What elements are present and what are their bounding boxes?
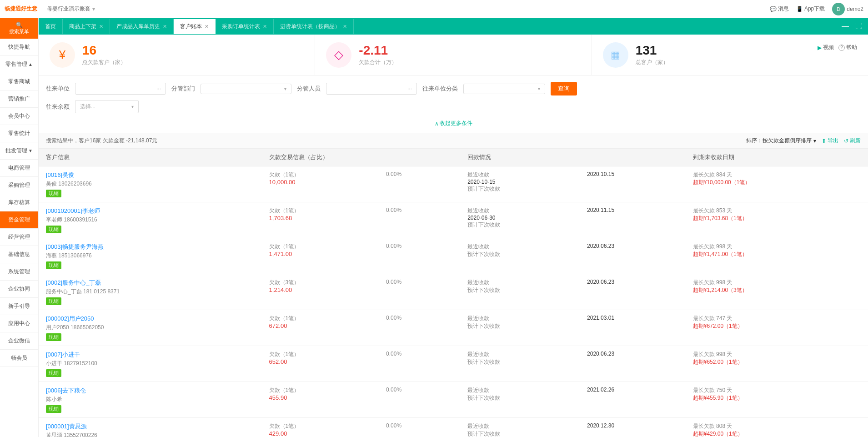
sidebar-item-wholesale[interactable]: 批发管理▼ [0, 142, 38, 160]
overdue-days-2: 最长欠款 998 天 [693, 243, 861, 251]
tab-close-purchase-order[interactable]: ✕ [263, 24, 267, 30]
customer-name-1[interactable]: [0001020001]李老师 [46, 207, 255, 215]
stat-total-debt: ◇ -2.11 欠款合计（万） [315, 35, 592, 75]
sidebar-item-retail-mall[interactable]: 零售商城 [0, 73, 38, 90]
debt-amount-7[interactable]: 429.00 [269, 430, 368, 437]
tab-close-product-shelf[interactable]: ✕ [99, 24, 103, 30]
next-label-2: 预计下次收款 [467, 251, 572, 258]
search-button[interactable]: 查询 [551, 82, 577, 95]
sidebar-item-basic-info[interactable]: 基础信息 [0, 246, 38, 263]
filter-select-unit-type[interactable]: ▾ [463, 84, 545, 94]
filter-input-unit[interactable]: ··· [75, 83, 166, 95]
sidebar-item-inventory[interactable]: 库存核算 [0, 194, 38, 211]
debt-amount-4[interactable]: 672.00 [269, 322, 368, 329]
customer-tag-4: 现销 [46, 333, 61, 341]
sidebar-item-wechat[interactable]: 企业微信 [0, 332, 38, 350]
collapse-button[interactable]: ∧ 收起更多条件 [46, 118, 861, 129]
debt-amount-2[interactable]: 1,471.00 [269, 251, 368, 257]
user-area[interactable]: D demo2 [832, 3, 863, 15]
sidebar-item-cooperation[interactable]: 企业协同 [0, 281, 38, 298]
sidebar-item-ecommerce[interactable]: 电商管理 [0, 160, 38, 177]
tab-maximize-btn[interactable]: ⛶ [853, 21, 864, 31]
overdue-amount-7[interactable]: 超期¥429.00（1笔） [693, 430, 861, 437]
table-header-row: 客户信息 欠款交易信息（占比） 回款情况 到期未收款日期 [39, 149, 868, 166]
cell-return-label-3: 最近收款 预计下次收款 [460, 274, 580, 310]
sort-selector[interactable]: 排序：按欠款金额倒序排序 ▾ [746, 137, 816, 145]
tab-close-purchase-stat[interactable]: ✕ [343, 24, 347, 30]
video-link[interactable]: ▶ 视频 [818, 44, 834, 51]
app-download-btn[interactable]: 📱 App下载 [796, 5, 825, 13]
cell-due-date-7: 2020.12.30 [580, 418, 686, 437]
export-button[interactable]: ⬆ 导出 [822, 137, 838, 145]
debt-amount-0[interactable]: 10,000.00 [269, 179, 368, 186]
debt-amount-5[interactable]: 652.00 [269, 358, 368, 365]
stat-number-debt: 16 [82, 43, 126, 58]
sidebar-item-retail-mgmt[interactable]: 零售管理▲ [0, 56, 38, 73]
due-date-3: 2020.06.23 [587, 279, 678, 285]
cell-due-date-3: 2020.06.23 [580, 274, 686, 310]
sidebar-item-member2[interactable]: 畅会员 [0, 350, 38, 367]
debt-amount-6[interactable]: 455.90 [269, 394, 368, 401]
due-date-4: 2021.03.01 [587, 315, 678, 321]
due-date-6: 2021.02.26 [587, 387, 678, 393]
tab-stock-history[interactable]: 产成品入库单历史 ✕ [110, 19, 174, 34]
sidebar-item-guide[interactable]: 新手引导 [0, 298, 38, 315]
table-container: 客户信息 欠款交易信息（占比） 回款情况 到期未收款日期 [0016]吴俊 吴俊… [39, 149, 868, 437]
cell-debt-pct-0: 0.00% [375, 166, 460, 202]
tab-purchase-order[interactable]: 采购订单统计表 ✕ [216, 19, 274, 34]
cell-debt-count-4: 欠款（1笔） 672.00 [262, 310, 375, 346]
customer-name-4[interactable]: [000002]用户2050 [46, 315, 255, 323]
customer-tag-5: 现销 [46, 369, 61, 377]
overdue-amount-5[interactable]: 超期¥652.00（1笔） [693, 358, 861, 366]
tab-minimize-btn[interactable]: — [840, 21, 851, 31]
customer-name-2[interactable]: [0003]畅捷服务尹海燕 [46, 243, 255, 251]
tab-product-shelf[interactable]: 商品上下架 ✕ [63, 19, 110, 34]
help-link[interactable]: ? 帮助 [838, 44, 857, 51]
debt-amount-1[interactable]: 1,703.68 [269, 215, 368, 221]
sidebar-item-marketing[interactable]: 营销推广 [0, 90, 38, 108]
customer-name-7[interactable]: [000001]黄思源 [46, 422, 255, 431]
overdue-amount-3[interactable]: 超期¥1,214.00（3笔） [693, 286, 861, 294]
sidebar-item-purchase[interactable]: 采购管理 [0, 177, 38, 194]
overdue-amount-0[interactable]: 超期¥10,000.00（1笔） [693, 179, 861, 186]
sidebar-item-retail-stat[interactable]: 零售统计 [0, 125, 38, 142]
stat-label-total-customers: 总客户（家） [636, 59, 668, 66]
customer-name-6[interactable]: [0006]去下粮仓 [46, 387, 255, 395]
message-btn[interactable]: 💬 消息 [770, 5, 789, 13]
sidebar-item-finance[interactable]: 资金管理 [0, 211, 38, 229]
cell-due-date-6: 2021.02.26 [580, 382, 686, 418]
debt-amount-3[interactable]: 1,214.00 [269, 286, 368, 293]
sidebar-item-system[interactable]: 系统管理 [0, 263, 38, 281]
sidebar-item-member[interactable]: 会员中心 [0, 108, 38, 125]
overdue-amount-1[interactable]: 超期¥1,703.68（1笔） [693, 215, 861, 222]
sidebar-item-quick-nav[interactable]: 快捷导航 [0, 39, 38, 56]
sidebar-item-search[interactable]: 🔍 搜索菜单 [0, 18, 38, 39]
sidebar-item-operations[interactable]: 经营管理 [0, 229, 38, 246]
store-selector[interactable]: 母婴行业演示账套 ▾ [43, 5, 125, 13]
sort-arrow-icon: ▾ [813, 138, 816, 144]
overdue-amount-2[interactable]: 超期¥1,471.00（1笔） [693, 251, 861, 258]
overdue-amount-4[interactable]: 超期¥672.00（1笔） [693, 322, 861, 330]
overdue-days-7: 最长欠款 808 天 [693, 422, 861, 430]
customer-name-5[interactable]: [0007]小进干 [46, 351, 255, 359]
refresh-button[interactable]: ↺ 刷新 [844, 137, 861, 145]
sidebar-item-app-center[interactable]: 应用中心 [0, 315, 38, 332]
customer-name-3[interactable]: [0002]服务中心_丁磊 [46, 279, 255, 287]
tab-close-stock-history[interactable]: ✕ [163, 24, 167, 30]
tab-home[interactable]: 首页 [39, 19, 63, 34]
result-right: 排序：按欠款金额倒序排序 ▾ ⬆ 导出 ↺ 刷新 [746, 137, 861, 145]
customer-name-0[interactable]: [0016]吴俊 [46, 171, 255, 179]
filter-label-person: 分管人员 [297, 85, 321, 93]
tab-purchase-stat[interactable]: 进货单统计表（按商品） ✕ [274, 19, 354, 34]
cell-debt-pct-3: 0.00% [375, 274, 460, 310]
overdue-amount-6[interactable]: 超期¥455.90（1笔） [693, 394, 861, 402]
stat-icon-total-debt: ◇ [326, 42, 351, 68]
tab-customer-ledger[interactable]: 客户账本 ✕ [174, 19, 216, 34]
cell-debt-pct-7: 0.00% [375, 418, 460, 437]
stat-info-total-customers: 131 总客户（家） [636, 43, 668, 66]
filter-select-dept[interactable]: ▾ [201, 84, 291, 94]
stat-debt-customers: ¥ 16 总欠款客户（家） [39, 35, 315, 75]
filter-input-person[interactable]: ··· [326, 83, 417, 95]
filter-select-balance[interactable]: 选择... ▾ [75, 100, 139, 113]
tab-close-customer-ledger[interactable]: ✕ [205, 24, 209, 30]
